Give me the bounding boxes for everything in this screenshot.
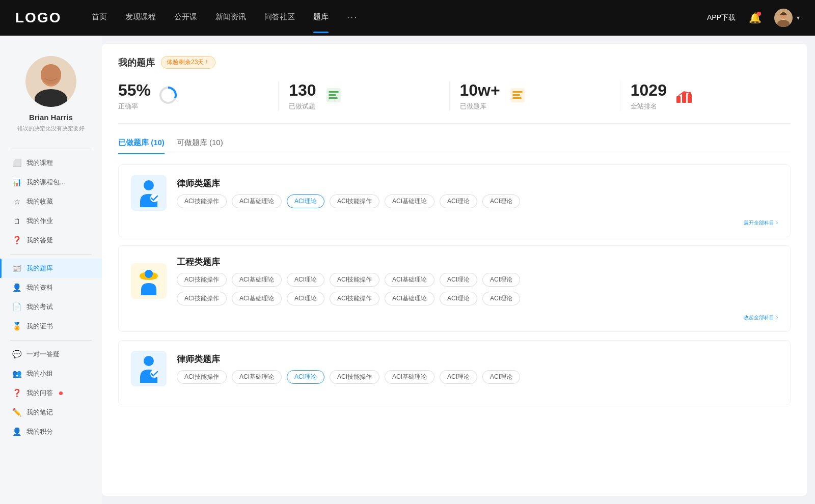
tag-active[interactable]: ACI理论 [287, 194, 324, 208]
qbank-icon: 📰 [12, 264, 21, 273]
tag-active[interactable]: ACI理论 [287, 370, 324, 384]
cert-icon: 🏅 [12, 322, 21, 331]
tag[interactable]: ACI理论 [440, 273, 477, 287]
svg-point-26 [145, 270, 153, 278]
stat-done-content: 130 已做试题 [289, 81, 316, 111]
app-download-btn[interactable]: APP下载 [707, 13, 736, 22]
tag[interactable]: ACI基础理论 [232, 370, 282, 384]
user-menu-btn[interactable]: ▾ [774, 9, 800, 27]
nav-qa[interactable]: 问答社区 [264, 12, 295, 24]
tag[interactable]: ACI基础理论 [232, 292, 282, 305]
chat-icon: 💬 [12, 350, 21, 359]
tag[interactable]: ACI理论 [440, 292, 477, 305]
tag[interactable]: ACI技能操作 [177, 194, 227, 208]
tag[interactable]: ACI基础理论 [232, 273, 282, 287]
qa-dot-badge [59, 391, 63, 395]
tag[interactable]: ACI基础理论 [385, 273, 434, 287]
tag[interactable]: ACI技能操作 [330, 370, 379, 384]
tag[interactable]: ACI理论 [440, 194, 477, 208]
sidebar-item-profile[interactable]: 👤 我的资料 [0, 278, 102, 297]
sidebar-item-qa[interactable]: ❓ 我的答疑 [0, 231, 102, 250]
nav-discover[interactable]: 发现课程 [125, 12, 156, 24]
header-right: APP下载 🔔 ▾ [707, 9, 800, 27]
tab-done-banks[interactable]: 已做题库 (10) [118, 138, 165, 154]
sidebar-item-exam[interactable]: 📄 我的考试 [0, 297, 102, 317]
collapse-btn-engineer[interactable]: 收起全部科目 › [131, 314, 778, 321]
stat-done-questions: 130 已做试题 [279, 81, 449, 111]
tag[interactable]: ACI理论 [287, 273, 324, 287]
sidebar-item-points[interactable]: 👤 我的积分 [0, 422, 102, 441]
stats-row: 55% 正确率 130 已做试题 [118, 81, 791, 124]
sidebar-item-course-pkg[interactable]: 📊 我的课程包... [0, 173, 102, 192]
header-avatar [774, 9, 793, 27]
main-nav: 首页 发现课程 公开课 新闻资讯 问答社区 题库 ··· [92, 12, 707, 24]
svg-rect-17 [512, 97, 522, 99]
nav-home[interactable]: 首页 [92, 12, 107, 24]
tag[interactable]: ACI理论 [440, 370, 477, 384]
tag[interactable]: ACI理论 [482, 273, 520, 287]
tag[interactable]: ACI理论 [482, 194, 520, 208]
svg-rect-20 [688, 94, 692, 103]
divider-1 [10, 149, 92, 149]
divider-2 [10, 254, 92, 255]
svg-point-7 [41, 64, 61, 85]
sidebar-item-label: 我的资料 [26, 283, 53, 292]
stat-banks-label: 已做题库 [460, 102, 500, 111]
notes-icon: ✏️ [12, 408, 21, 417]
sidebar-item-label: 我的积分 [26, 427, 53, 436]
stat-accuracy: 55% 正确率 [118, 81, 279, 111]
main-content: 我的题库 体验剩余23天！ 55% 正确率 [102, 44, 807, 496]
tag[interactable]: ACI技能操作 [177, 292, 227, 305]
course-icon: ⬜ [12, 158, 21, 167]
lawyer-icon-wrap [131, 175, 167, 211]
svg-rect-16 [512, 94, 520, 96]
lawyer2-icon-wrap [131, 351, 167, 386]
tag[interactable]: ACI技能操作 [177, 273, 227, 287]
sidebar-item-label: 我的问答 [26, 388, 53, 398]
logo[interactable]: LOGO [15, 10, 61, 26]
stat-banks-number: 10w+ [460, 81, 500, 100]
notification-btn[interactable]: 🔔 [748, 11, 762, 25]
tag[interactable]: ACI理论 [287, 292, 324, 305]
expand-btn-lawyer1[interactable]: 展开全部科目 › [131, 219, 778, 227]
user-profile: Brian Harris 错误的决定比没有决定要好 [0, 46, 102, 145]
page-header: 我的题库 体验剩余23天！ [118, 56, 791, 69]
svg-point-22 [144, 180, 154, 190]
nav-more[interactable]: ··· [347, 12, 358, 24]
nav-news[interactable]: 新闻资讯 [215, 12, 246, 24]
tabs-row: 已做题库 (10) 可做题库 (10) [118, 138, 791, 154]
sidebar-item-cert[interactable]: 🏅 我的证书 [0, 317, 102, 336]
svg-rect-19 [682, 93, 686, 103]
tag[interactable]: ACI基础理论 [385, 292, 434, 305]
sidebar-item-myqa[interactable]: ❓ 我的问答 [0, 383, 102, 403]
nav-exam[interactable]: 题库 [313, 12, 329, 24]
avatar [25, 56, 76, 107]
tag[interactable]: ACI技能操作 [330, 292, 379, 305]
user-name: Brian Harris [29, 113, 73, 122]
sidebar-item-group[interactable]: 👥 我的小组 [0, 364, 102, 383]
tag[interactable]: ACI基础理论 [385, 370, 434, 384]
chevron-right-icon: › [776, 220, 778, 226]
tag[interactable]: ACI基础理论 [385, 194, 434, 208]
tag[interactable]: ACI基础理论 [232, 194, 282, 208]
tag[interactable]: ACI理论 [482, 370, 520, 384]
nav-open-course[interactable]: 公开课 [174, 12, 197, 24]
tag[interactable]: ACI技能操作 [330, 273, 379, 287]
sidebar-item-notes[interactable]: ✏️ 我的笔记 [0, 403, 102, 422]
sidebar-item-course[interactable]: ⬜ 我的课程 [0, 153, 102, 173]
tag[interactable]: ACI技能操作 [177, 370, 227, 384]
sidebar-item-1on1[interactable]: 💬 一对一答疑 [0, 345, 102, 364]
tag[interactable]: ACI理论 [482, 292, 520, 305]
svg-point-21 [688, 92, 691, 94]
qbank-tags-engineer-row2: ACI技能操作 ACI基础理论 ACI理论 ACI技能操作 ACI基础理论 AC… [177, 292, 778, 305]
tab-available-banks[interactable]: 可做题库 (10) [177, 138, 223, 154]
qbank-card-engineer: 工程类题库 ACI技能操作 ACI基础理论 ACI理论 ACI技能操作 ACI基… [118, 245, 791, 332]
sidebar-item-homework[interactable]: 🗒 我的作业 [0, 211, 102, 231]
stat-banks-content: 10w+ 已做题库 [460, 81, 500, 111]
sidebar-item-favorites[interactable]: ☆ 我的收藏 [0, 192, 102, 211]
sidebar-item-qbank[interactable]: 📰 我的题库 [0, 259, 102, 278]
sidebar-item-label: 我的答疑 [26, 236, 53, 245]
tag[interactable]: ACI技能操作 [330, 194, 379, 208]
qbank-card-lawyer1: 律师类题库 ACI技能操作 ACI基础理论 ACI理论 ACI技能操作 ACI基… [118, 164, 791, 237]
sidebar-item-label: 我的考试 [26, 302, 53, 312]
